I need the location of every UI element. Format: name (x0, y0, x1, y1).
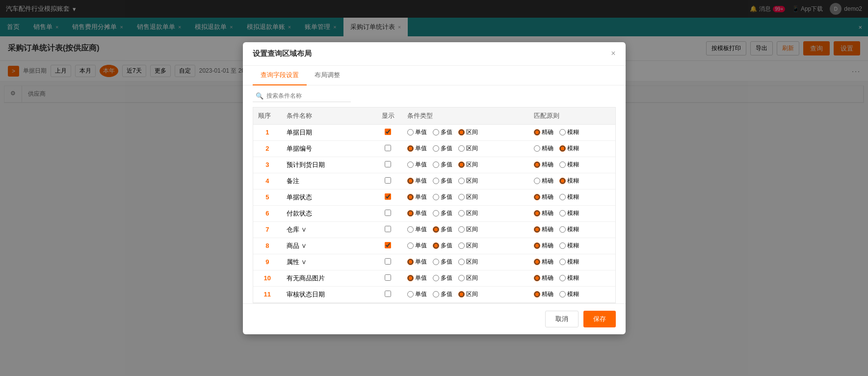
display-checkbox[interactable] (385, 210, 391, 216)
row-match-types: 精确模糊 (529, 189, 615, 205)
condition-type-option[interactable]: 多值 (433, 258, 452, 266)
table-row: 1单据日期单值多值区间精确模糊 (253, 124, 615, 140)
row-match-types: 精确模糊 (529, 205, 615, 221)
row-order: 8 (253, 238, 282, 254)
match-type-option[interactable]: 模糊 (559, 225, 579, 234)
row-display-checkbox[interactable] (373, 157, 402, 173)
row-condition-name: 属性 ∨ (282, 254, 373, 270)
match-type-option[interactable]: 精确 (534, 242, 553, 250)
th-match-rule: 匹配原则 (529, 107, 615, 125)
match-type-option[interactable]: 精确 (534, 161, 553, 169)
display-checkbox[interactable] (385, 161, 391, 167)
match-type-option[interactable]: 模糊 (559, 290, 579, 298)
row-display-checkbox[interactable] (373, 189, 402, 205)
condition-type-option[interactable]: 多值 (433, 128, 452, 136)
match-type-option[interactable]: 模糊 (559, 161, 579, 169)
condition-type-option[interactable]: 区间 (458, 144, 478, 153)
match-type-option[interactable]: 精确 (534, 274, 553, 282)
condition-type-option[interactable]: 多值 (433, 290, 452, 298)
condition-type-option[interactable]: 区间 (458, 242, 478, 250)
condition-type-option[interactable]: 多值 (433, 177, 452, 185)
row-display-checkbox[interactable] (373, 205, 402, 221)
display-checkbox[interactable] (385, 193, 391, 200)
condition-type-option[interactable]: 区间 (458, 177, 478, 185)
row-condition-name: 商品 ∨ (282, 238, 373, 254)
match-type-option[interactable]: 模糊 (559, 177, 579, 185)
condition-type-option[interactable]: 多值 (433, 225, 452, 234)
condition-type-option[interactable]: 单值 (407, 193, 427, 201)
condition-type-option[interactable]: 多值 (433, 144, 452, 153)
condition-type-option[interactable]: 单值 (407, 177, 427, 185)
match-type-option[interactable]: 精确 (534, 290, 553, 298)
display-checkbox[interactable] (385, 242, 391, 248)
condition-type-option[interactable]: 单值 (407, 258, 427, 266)
row-display-checkbox[interactable] (373, 286, 402, 302)
th-display: 显示 (373, 107, 402, 125)
modal-close-button[interactable]: × (611, 49, 615, 58)
match-type-option[interactable]: 精确 (534, 209, 553, 217)
display-checkbox[interactable] (385, 291, 391, 297)
row-condition-types: 单值多值区间 (402, 254, 529, 270)
match-type-option[interactable]: 精确 (534, 144, 553, 153)
condition-type-option[interactable]: 区间 (458, 161, 478, 169)
row-display-checkbox[interactable] (373, 238, 402, 254)
condition-type-option[interactable]: 区间 (458, 128, 478, 136)
condition-type-option[interactable]: 区间 (458, 274, 478, 282)
condition-type-option[interactable]: 单值 (407, 274, 427, 282)
condition-type-option[interactable]: 多值 (433, 242, 452, 250)
row-display-checkbox[interactable] (373, 270, 402, 286)
condition-type-option[interactable]: 区间 (458, 209, 478, 217)
match-type-option[interactable]: 精确 (534, 225, 553, 234)
condition-type-option[interactable]: 单值 (407, 128, 427, 136)
row-condition-types: 单值多值区间 (402, 205, 529, 221)
match-type-option[interactable]: 模糊 (559, 144, 579, 153)
match-type-option[interactable]: 精确 (534, 258, 553, 266)
modal-tab-layout[interactable]: 布局调整 (307, 66, 348, 85)
row-display-checkbox[interactable] (373, 140, 402, 157)
row-display-checkbox[interactable] (373, 173, 402, 189)
display-checkbox[interactable] (385, 145, 391, 151)
condition-type-option[interactable]: 多值 (433, 161, 452, 169)
condition-type-option[interactable]: 多值 (433, 274, 452, 282)
display-checkbox[interactable] (385, 129, 391, 135)
display-checkbox[interactable] (385, 258, 391, 265)
match-type-option[interactable]: 模糊 (559, 242, 579, 250)
match-type-option[interactable]: 精确 (534, 128, 553, 136)
search-input[interactable] (266, 92, 345, 99)
match-type-option[interactable]: 模糊 (559, 258, 579, 266)
cancel-button[interactable]: 取消 (545, 311, 579, 327)
condition-type-option[interactable]: 单值 (407, 144, 427, 153)
display-checkbox[interactable] (385, 274, 391, 281)
row-order: 5 (253, 189, 282, 205)
display-checkbox[interactable] (385, 177, 391, 184)
row-display-checkbox[interactable] (373, 124, 402, 140)
save-button[interactable]: 保存 (583, 311, 616, 327)
match-type-option[interactable]: 模糊 (559, 128, 579, 136)
row-display-checkbox[interactable] (373, 254, 402, 270)
condition-type-option[interactable]: 多值 (433, 209, 452, 217)
row-condition-types: 单值多值区间 (402, 140, 529, 157)
condition-type-option[interactable]: 单值 (407, 209, 427, 217)
condition-type-option[interactable]: 区间 (458, 225, 478, 234)
condition-type-option[interactable]: 多值 (433, 193, 452, 201)
modal-tab-query-fields[interactable]: 查询字段设置 (253, 66, 307, 85)
condition-type-option[interactable]: 单值 (407, 242, 427, 250)
match-type-option[interactable]: 模糊 (559, 209, 579, 217)
condition-type-option[interactable]: 单值 (407, 161, 427, 169)
row-order: 7 (253, 221, 282, 238)
condition-type-option[interactable]: 单值 (407, 290, 427, 298)
match-type-option[interactable]: 精确 (534, 177, 553, 185)
condition-type-option[interactable]: 区间 (458, 258, 478, 266)
match-type-option[interactable]: 模糊 (559, 274, 579, 282)
table-row: 5单据状态单值多值区间精确模糊 (253, 189, 615, 205)
row-condition-types: 单值多值区间 (402, 157, 529, 173)
condition-type-option[interactable]: 区间 (458, 290, 478, 298)
match-type-option[interactable]: 模糊 (559, 193, 579, 201)
display-checkbox[interactable] (385, 226, 391, 232)
search-icon: 🔍 (256, 92, 263, 100)
match-type-option[interactable]: 精确 (534, 193, 553, 201)
condition-type-option[interactable]: 单值 (407, 225, 427, 234)
condition-type-option[interactable]: 区间 (458, 193, 478, 201)
modal-search-area: 🔍 (243, 85, 626, 107)
row-display-checkbox[interactable] (373, 221, 402, 238)
